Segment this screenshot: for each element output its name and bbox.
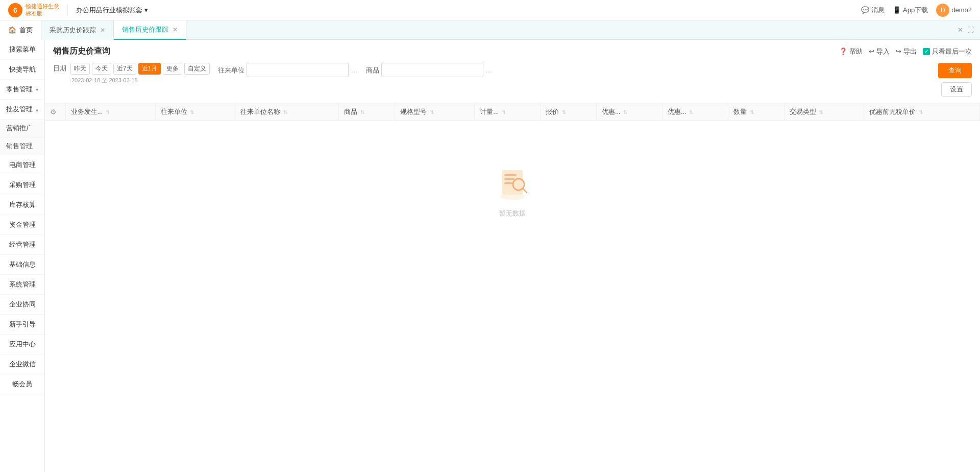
sidebar-item-retail[interactable]: 零售管理 ▾ xyxy=(0,80,44,100)
empty-cell: 暂无数据 xyxy=(45,121,980,259)
goods-input[interactable] xyxy=(381,63,483,77)
table-header-row: ⚙ 业务发生... ⇅ 往来单位 ⇅ 往来单位名称 ⇅ xyxy=(45,103,980,121)
close-window-icon[interactable]: ✕ xyxy=(958,26,963,34)
chevron-up-icon: ▴ xyxy=(36,107,38,112)
page-header: 销售历史价查询 ❓ 帮助 ↩ 导入 ↪ 导出 ✓ xyxy=(45,40,980,103)
tab-close-purchase[interactable]: ✕ xyxy=(100,27,105,34)
th-partner-name[interactable]: 往来单位名称 ⇅ xyxy=(235,103,338,121)
th-pretax-price[interactable]: 优惠前无税单价 ⇅ xyxy=(864,103,979,121)
header-left: 6 畅捷通好生意 标准版 办公用品行业模拟账套 ▾ xyxy=(8,3,148,17)
export-button[interactable]: ↪ 导出 xyxy=(896,47,917,56)
date-btn-1month[interactable]: 近1月 xyxy=(138,63,161,75)
tab-sales-history[interactable]: 销售历史价跟踪 ✕ xyxy=(114,20,186,40)
sidebar-item-sales-mgmt[interactable]: 销售管理 xyxy=(0,137,44,155)
app-download-button[interactable]: 📱 App下载 xyxy=(893,6,928,15)
date-btn-yesterday[interactable]: 昨天 xyxy=(70,63,90,75)
sort-icon: ⇅ xyxy=(623,109,627,115)
sidebar-item-finance[interactable]: 资金管理 xyxy=(0,215,44,235)
main-layout: 搜索菜单 快捷导航 零售管理 ▾ 批发管理 ▴ 营销推广 销售管理 电商管理 采… xyxy=(0,40,980,472)
settings-button[interactable]: 设置 xyxy=(941,82,972,97)
sidebar-item-search[interactable]: 搜索菜单 xyxy=(0,40,44,60)
sort-icon: ⇅ xyxy=(106,109,110,115)
sort-icon: ⇅ xyxy=(689,109,693,115)
help-icon: ❓ xyxy=(839,48,847,55)
sidebar-item-quicknav[interactable]: 快捷导航 xyxy=(0,60,44,80)
th-spec[interactable]: 规格型号 ⇅ xyxy=(395,103,474,121)
tab-close-sales[interactable]: ✕ xyxy=(173,26,178,33)
th-partner-code[interactable]: 往来单位 ⇅ xyxy=(155,103,235,121)
partner-filter: 往来单位 ... xyxy=(218,63,357,77)
sidebar-item-newbie[interactable]: 新手引导 xyxy=(0,315,44,335)
page-title: 销售历史价查询 xyxy=(53,46,110,57)
content-area: 销售历史价查询 ❓ 帮助 ↩ 导入 ↪ 导出 ✓ xyxy=(45,40,980,472)
chevron-down-icon: ▾ xyxy=(144,6,148,14)
sidebar-item-membership[interactable]: 畅会员 xyxy=(0,374,44,394)
goods-filter: 商品 ... xyxy=(366,63,492,77)
sort-icon: ⇅ xyxy=(819,109,823,115)
partner-dots-button[interactable]: ... xyxy=(351,65,357,75)
date-label: 日期 xyxy=(53,63,66,73)
logo-area: 6 畅捷通好生意 标准版 xyxy=(8,3,59,17)
tab-home[interactable]: 🏠 首页 xyxy=(0,20,41,40)
partner-input[interactable] xyxy=(247,63,349,77)
date-btn-custom[interactable]: 自定义 xyxy=(184,63,210,75)
sidebar-item-marketing[interactable]: 营销推广 xyxy=(0,120,44,137)
tab-purchase-history[interactable]: 采购历史价跟踪 ✕ xyxy=(41,20,114,40)
sidebar-item-purchase[interactable]: 采购管理 xyxy=(0,175,44,195)
sidebar-item-inventory[interactable]: 库存核算 xyxy=(0,195,44,215)
th-settings: ⚙ xyxy=(45,103,65,121)
page-title-row: 销售历史价查询 ❓ 帮助 ↩ 导入 ↪ 导出 ✓ xyxy=(53,46,972,57)
home-icon: 🏠 xyxy=(8,26,16,34)
date-btn-7days[interactable]: 近7天 xyxy=(113,63,136,75)
sidebar-item-enterprise[interactable]: 企业协同 xyxy=(0,295,44,315)
sidebar-item-basics[interactable]: 基础信息 xyxy=(0,255,44,275)
date-range-display: 2023-02-18 至 2023-03-18 xyxy=(70,77,210,84)
import-button[interactable]: ↩ 导入 xyxy=(869,47,890,56)
sort-icon: ⇅ xyxy=(190,109,194,115)
svg-rect-2 xyxy=(504,174,517,176)
sidebar-item-ecommerce[interactable]: 电商管理 xyxy=(0,155,44,175)
filter-actions: 查询 设置 xyxy=(938,63,972,97)
th-price[interactable]: 报价 ⇅ xyxy=(541,103,596,121)
only-last-toggle[interactable]: ✓ 只看最后一次 xyxy=(923,47,972,56)
help-button[interactable]: ❓ 帮助 xyxy=(839,47,863,56)
empty-state-icon xyxy=(492,162,533,203)
sidebar-item-wholesale[interactable]: 批发管理 ▴ xyxy=(0,100,44,120)
query-button[interactable]: 查询 xyxy=(938,63,972,78)
sidebar-item-system[interactable]: 系统管理 xyxy=(0,275,44,295)
th-quantity[interactable]: 数量 ⇅ xyxy=(728,103,784,121)
svg-line-6 xyxy=(523,188,527,193)
date-buttons: 昨天 今天 近7天 近1月 更多 自定义 xyxy=(70,63,210,75)
sidebar-item-appstore[interactable]: 应用中心 xyxy=(0,335,44,355)
sort-icon: ⇅ xyxy=(562,109,566,115)
sidebar-item-wechat[interactable]: 企业微信 xyxy=(0,355,44,374)
header-right: 💬 消息 📱 App下载 D demo2 xyxy=(861,4,972,17)
date-btn-today[interactable]: 今天 xyxy=(92,63,111,75)
workspace-selector[interactable]: 办公用品行业模拟账套 ▾ xyxy=(76,6,148,15)
message-button[interactable]: 💬 消息 xyxy=(861,6,885,15)
th-biz-date[interactable]: 业务发生... ⇅ xyxy=(65,103,155,121)
date-options: 昨天 今天 近7天 近1月 更多 自定义 2023-02-18 至 2023-0… xyxy=(70,63,210,84)
avatar: D xyxy=(936,4,949,17)
goods-dots-button[interactable]: ... xyxy=(485,65,492,75)
th-discount1[interactable]: 优惠... ⇅ xyxy=(596,103,662,121)
table-settings-icon[interactable]: ⚙ xyxy=(50,108,57,116)
sort-icon: ⇅ xyxy=(430,109,434,115)
sort-icon: ⇅ xyxy=(919,109,923,115)
maximize-icon[interactable]: ⛶ xyxy=(967,26,974,34)
svg-rect-3 xyxy=(504,178,514,180)
window-controls: ✕ ⛶ xyxy=(951,26,980,34)
chevron-right-icon: ▾ xyxy=(36,87,38,92)
top-header: 6 畅捷通好生意 标准版 办公用品行业模拟账套 ▾ 💬 消息 📱 App下载 D… xyxy=(0,0,980,20)
user-menu[interactable]: D demo2 xyxy=(936,4,972,17)
empty-text: 暂无数据 xyxy=(499,209,526,218)
th-unit[interactable]: 计量... ⇅ xyxy=(475,103,541,121)
th-trade-type[interactable]: 交易类型 ⇅ xyxy=(784,103,864,121)
date-btn-more[interactable]: 更多 xyxy=(163,63,182,75)
th-discount2[interactable]: 优惠... ⇅ xyxy=(662,103,728,121)
import-icon: ↩ xyxy=(869,48,874,55)
sidebar-item-operations[interactable]: 经营管理 xyxy=(0,235,44,255)
th-goods[interactable]: 商品 ⇅ xyxy=(339,103,395,121)
sort-icon: ⇅ xyxy=(360,109,364,115)
sort-icon: ⇅ xyxy=(502,109,506,115)
